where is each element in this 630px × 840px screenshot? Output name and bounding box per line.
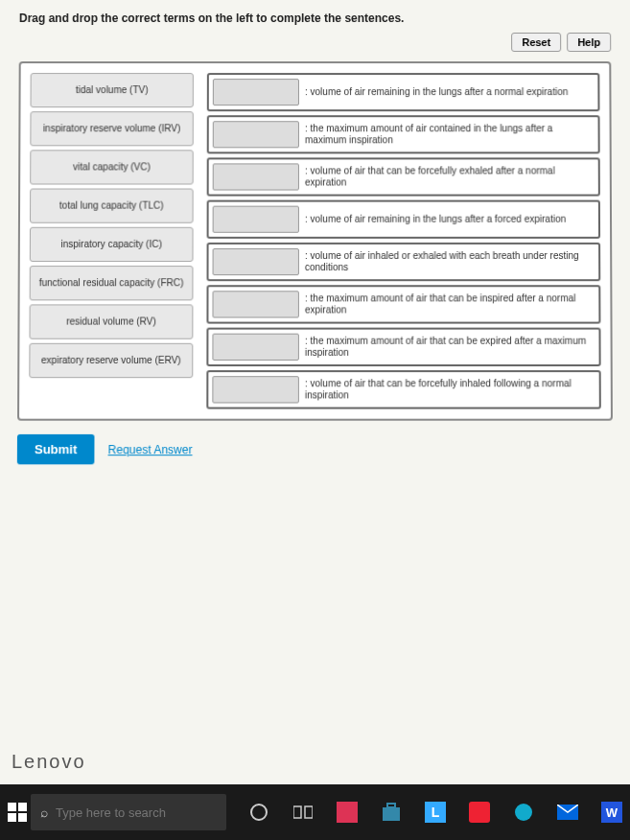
definition-row: : volume of air that can be forcefully e… — [207, 157, 600, 196]
svg-text:L: L — [432, 805, 440, 820]
cortana-icon[interactable] — [238, 792, 280, 832]
definition-text: : volume of air that can be forcefully e… — [305, 165, 595, 188]
svg-rect-1 — [293, 806, 301, 818]
term-item[interactable]: residual volume (RV) — [29, 304, 193, 338]
help-button[interactable]: Help — [567, 33, 611, 52]
exercise-container: tidal volume (TV) inspiratory reserve vo… — [17, 61, 613, 421]
svg-rect-8 — [469, 802, 490, 823]
terms-column: tidal volume (TV) inspiratory reserve vo… — [29, 73, 194, 408]
word-icon[interactable]: W — [591, 792, 630, 832]
submit-button[interactable]: Submit — [17, 434, 95, 464]
term-item[interactable]: inspiratory reserve volume (IRV) — [30, 111, 193, 146]
definition-text: : volume of air remaining in the lungs a… — [305, 86, 594, 98]
drop-zone[interactable] — [213, 121, 299, 148]
mail-icon[interactable] — [547, 792, 589, 832]
start-button[interactable] — [8, 792, 27, 832]
definition-row: : the maximum amount of air that can be … — [206, 328, 600, 366]
header-buttons: Reset Help — [19, 33, 611, 52]
definition-row: : the maximum amount of air contained in… — [207, 115, 600, 153]
svg-point-9 — [515, 804, 532, 821]
term-item[interactable]: total lung capacity (TLC) — [30, 189, 194, 223]
definition-row: : volume of air remaining in the lungs a… — [207, 73, 600, 111]
drop-zone[interactable] — [212, 334, 298, 361]
term-item[interactable]: vital capacity (VC) — [30, 150, 194, 184]
instruction-text: Drag and drop the correct terms on the l… — [19, 12, 611, 25]
app-icon-blue[interactable] — [502, 792, 545, 832]
submit-row: Submit Request Answer — [17, 434, 613, 464]
drop-zone[interactable] — [213, 206, 299, 233]
svg-point-0 — [251, 805, 267, 820]
request-answer-link[interactable]: Request Answer — [108, 443, 193, 456]
definition-row: : the maximum amount of air that can be … — [206, 285, 600, 323]
windows-icon — [8, 803, 27, 822]
store-icon[interactable] — [370, 792, 412, 832]
term-item[interactable]: expiratory reserve volume (ERV) — [29, 343, 193, 378]
app-icon-red[interactable] — [458, 792, 501, 832]
brand-label: Lenovo — [12, 751, 86, 773]
term-item[interactable]: inspiratory capacity (IC) — [30, 227, 194, 262]
drop-zone[interactable] — [213, 79, 299, 105]
definition-text: : the maximum amount of air that can be … — [305, 292, 595, 315]
definition-row: : volume of air inhaled or exhaled with … — [207, 243, 601, 281]
app-icon-1[interactable] — [326, 792, 368, 832]
search-box[interactable]: ⌕ — [31, 794, 226, 830]
definition-text: : the maximum amount of air that can be … — [305, 336, 595, 359]
drop-zone[interactable] — [213, 248, 299, 275]
definition-row: : volume of air that can be forcefully i… — [206, 370, 601, 408]
drop-zone[interactable] — [212, 376, 299, 403]
definition-row: : volume of air remaining in the lungs a… — [207, 200, 600, 239]
reset-button[interactable]: Reset — [511, 33, 561, 52]
svg-rect-3 — [337, 802, 358, 823]
search-icon: ⌕ — [40, 805, 48, 820]
definition-text: : volume of air remaining in the lungs a… — [305, 214, 595, 225]
definition-text: : volume of air inhaled or exhaled with … — [305, 250, 595, 273]
search-input[interactable] — [56, 805, 217, 820]
taskbar-apps: L W — [238, 792, 630, 832]
definition-text: : volume of air that can be forcefully i… — [305, 378, 595, 401]
definitions-column: : volume of air remaining in the lungs a… — [206, 73, 601, 408]
taskbar: ⌕ L W — [0, 784, 630, 840]
svg-rect-4 — [383, 807, 400, 821]
svg-rect-5 — [387, 804, 395, 807]
svg-rect-2 — [305, 806, 313, 818]
app-icon-L[interactable]: L — [414, 792, 456, 832]
svg-text:W: W — [606, 805, 618, 820]
term-item[interactable]: tidal volume (TV) — [31, 73, 194, 107]
drop-zone[interactable] — [212, 291, 298, 317]
term-item[interactable]: functional residual capacity (FRC) — [30, 266, 194, 300]
definition-text: : the maximum amount of air contained in… — [305, 123, 595, 146]
taskview-icon[interactable] — [282, 792, 324, 832]
drop-zone[interactable] — [213, 163, 299, 190]
